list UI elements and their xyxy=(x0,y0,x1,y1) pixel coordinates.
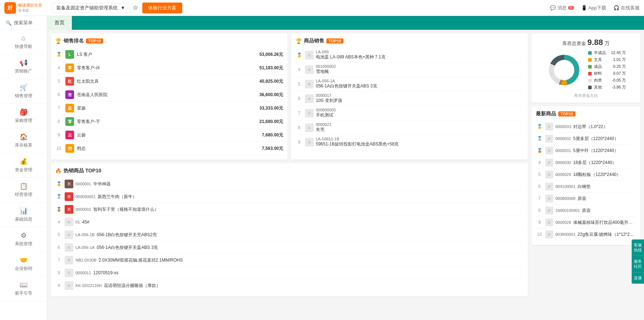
top10-badge-2: TOP10 xyxy=(326,38,343,44)
product-img-3: G xyxy=(305,80,314,89)
new-img-6: G xyxy=(545,182,553,190)
sidebar-item-sales[interactable]: 🛒 销售管理 xyxy=(0,79,47,104)
inventory-unit: 万 xyxy=(604,40,610,46)
app-download-btn[interactable]: 📱 App下载 xyxy=(581,5,606,11)
product-img-4: G xyxy=(305,94,314,103)
sidebar-item-operations[interactable]: 📋 经营管理 xyxy=(0,178,47,202)
sidebar-label-enterprise: 企业协同 xyxy=(15,266,32,272)
product-rank-4: 6 G 0000017 10S 变刹罗孩 xyxy=(295,91,523,106)
float-live-btn[interactable]: 直播 xyxy=(632,272,644,284)
inventory-total: 库存总资金 9.88 万 xyxy=(536,38,636,47)
sidebar-item-quick-nav[interactable]: ⌂ 快捷导航 xyxy=(0,30,47,54)
hot-item-7: 7 G NB2.0X30B 2.0X30MM双摇花轴,摇花直径2.1MM/ROH… xyxy=(55,254,523,267)
new-img-7: G xyxy=(545,194,553,202)
float-community-btn[interactable]: 服务 社区 xyxy=(632,256,644,272)
legend-dot-6 xyxy=(588,86,592,89)
new-item-6: 6 G 004100001 白钢垫 xyxy=(536,181,636,193)
right-column: 库存总资金 9.88 万 xyxy=(531,33,640,316)
hot-item-4: 4 G 01 45# xyxy=(55,216,523,229)
legend-item-3: 成品 0.25 万 xyxy=(588,64,626,69)
guide-icon: 📖 xyxy=(20,281,28,289)
new-item-5: 5 G 0000029 18颗粒板（1220*2440） xyxy=(536,169,636,181)
rank-item-8: 10 档 档总 7,563.00元 xyxy=(55,142,283,155)
settings-icon[interactable]: ⚙ xyxy=(133,4,138,11)
sidebar: 🔍 搜索菜单 ⌂ 快捷导航 📢 营销推广 🛒 销售管理 🎒 采购管理 🏠 库存核… xyxy=(0,16,47,320)
product-rank-3: 5 G LA-056-1A 056-1A白色按键开关盖ABS 3克 xyxy=(295,77,523,91)
legend-item-6: 其他 -3.86 万 xyxy=(588,85,626,90)
customer-avatar-7: 云 xyxy=(65,131,74,139)
search-menu[interactable]: 🔍 搜索菜单 xyxy=(0,16,47,30)
sidebar-item-finance[interactable]: 💰 资金管理 xyxy=(0,153,47,178)
tab-home[interactable]: 首页 xyxy=(47,16,72,30)
sidebar-item-guide[interactable]: 📖 新手引导 xyxy=(0,276,47,301)
message-label: 消息 xyxy=(557,5,567,11)
sidebar-label-sales: 销售管理 xyxy=(15,93,32,99)
message-btn[interactable]: 💬 消息 6 xyxy=(550,5,574,11)
rank-item-5: 7 星 星扬 33,333.00元 xyxy=(55,102,283,115)
sidebar-label-purchase: 采购管理 xyxy=(15,118,32,124)
hot-item-6: 6 G LA-056-1A 056-1A白色按键开关盖ABS 3克 xyxy=(55,241,523,254)
rank-item-1: 🥇 L LS 客户 53,006.26元 xyxy=(55,48,283,61)
sidebar-item-system[interactable]: ⚙ 系统管理 xyxy=(0,227,47,252)
hot-img-7: G xyxy=(65,256,73,264)
system-icon: ⚙ xyxy=(21,231,27,239)
new-products-list: 🥇 G 0000033 封边带（1.0*22） 🥈 G 0000032 5厘多层… xyxy=(536,121,636,241)
rank-item-3: 5 红 红太阳文具 40,925.00元 xyxy=(55,75,283,88)
home-icon: ⌂ xyxy=(21,34,25,42)
app-label: App下载 xyxy=(588,5,606,11)
rank-item-6: 8 零 零售客户-于 21,680.00元 xyxy=(55,115,283,128)
donut-legend: 半成品 12.45 万 文具 1.01 万 成品 0 xyxy=(588,50,626,90)
product-rank-6: 8 G 0000021 夹壳 xyxy=(295,120,523,135)
system-selector[interactable]: 装备及固定资产辅助管理系统 ▼ xyxy=(52,3,130,13)
legend-dot-3 xyxy=(588,65,592,69)
hot-item-2: 🥈 图 000500001 新西兰牛肉（新牛） xyxy=(55,190,523,203)
new-img-8: G xyxy=(545,206,553,214)
customer-avatar-1: L xyxy=(65,50,74,59)
legend-item-1: 半成品 12.45 万 xyxy=(588,50,626,56)
legend-dot-4 xyxy=(588,72,592,75)
sidebar-item-enterprise[interactable]: 🤝 企业协同 xyxy=(0,252,47,276)
purchase-icon: 🎒 xyxy=(20,108,28,116)
rank-item-2: 4 零 零售客户-许 51,183.00元 xyxy=(55,61,283,75)
try-btn[interactable]: 体验行业方案 xyxy=(142,3,182,13)
new-products-label: 最新商品 xyxy=(536,111,556,117)
hot-img-8: G xyxy=(65,268,73,277)
sidebar-item-inventory[interactable]: 🏠 库存核算 xyxy=(0,128,47,153)
sidebar-item-basics[interactable]: 📊 基础信息 xyxy=(0,202,47,227)
page-content: 🏆 销售排名 TOP10 🥇 L LS 客户 53,006.26元 4 xyxy=(47,30,644,320)
sales-icon: 🛒 xyxy=(20,83,28,91)
rank-item-4: 6 杏 苍南县人民医院 36,600.00元 xyxy=(55,88,283,102)
hot-item-5: 5 G LA-056-1B 056-1B白色按键开关壳ABS2壳 xyxy=(55,229,523,241)
hot-img-3: 图 xyxy=(65,205,73,214)
product-rank-2: 4 G 001000002 雪地靴 xyxy=(295,62,523,77)
svg-point-6 xyxy=(555,61,573,79)
hot-products-card: 🔥 热销商品 TOP10 🥇 图 0000001 中华神器 🥈 图 000500… xyxy=(51,163,528,296)
inventory-icon: 🏠 xyxy=(20,133,28,141)
operations-icon: 📋 xyxy=(20,182,28,190)
sidebar-item-marketing[interactable]: 📢 营销推广 xyxy=(0,54,47,79)
hot-img-2: 图 xyxy=(65,192,73,201)
legend-item-4: 材料 0.07 万 xyxy=(588,71,626,76)
customer-avatar-4: 杏 xyxy=(65,90,74,99)
hot-img-9: G xyxy=(65,281,73,290)
new-item-7: 7 G 000800008 原壶 xyxy=(536,193,636,205)
donut-container: 半成品 12.45 万 文具 1.01 万 成品 0 xyxy=(536,50,636,90)
hot-item-8: 8 G 0000011 12070519-xs xyxy=(55,267,523,279)
search-menu-label: 搜索菜单 xyxy=(14,20,33,26)
system-name: 装备及固定资产辅助管理系统 xyxy=(56,5,118,11)
new-item-1: 🥇 G 0000033 封边带（1.0*22） xyxy=(536,121,636,133)
headset-icon: 🎧 xyxy=(614,5,619,11)
inventory-label: 库存资金占比 xyxy=(536,93,636,98)
message-badge: 6 xyxy=(568,6,574,10)
rank-item-7: 9 云 云扬 7,680.00元 xyxy=(55,128,283,142)
customer-avatar-6: 零 xyxy=(65,117,74,126)
float-service-btn[interactable]: 客服 热线 xyxy=(632,239,644,256)
phone-icon: 📱 xyxy=(581,5,587,11)
inventory-card: 库存总资金 9.88 万 xyxy=(531,33,640,103)
top-right-area: 💬 消息 6 📱 App下载 🎧 在线客服 xyxy=(550,5,640,11)
marketing-icon: 📢 xyxy=(20,59,28,67)
product-img-2: G xyxy=(305,65,314,74)
service-btn[interactable]: 🎧 在线客服 xyxy=(614,5,640,11)
new-img-4: G xyxy=(545,159,553,167)
sidebar-item-purchase[interactable]: 🎒 采购管理 xyxy=(0,104,47,128)
